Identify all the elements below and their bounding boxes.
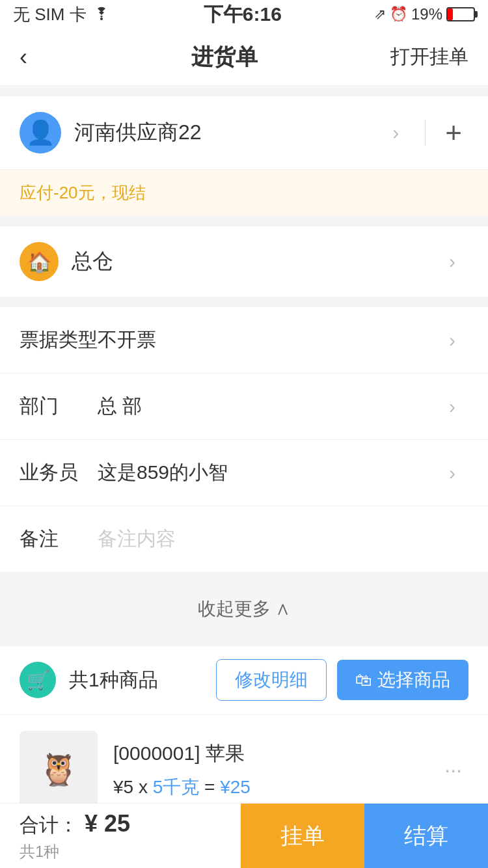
select-product-button[interactable]: 🛍 选择商品	[337, 660, 468, 700]
supplier-row[interactable]: 👤 河南供应商22 › +	[0, 96, 488, 170]
cart-icon: 🛍	[355, 670, 372, 690]
remark-label: 备注	[20, 526, 98, 552]
wifi-icon	[92, 5, 111, 25]
product-info: [0000001] 苹果 ¥5 x 5千克 = ¥25	[113, 740, 438, 800]
time-label: 下午6:16	[204, 1, 282, 28]
department-chevron-icon: ›	[449, 396, 455, 418]
product-code: [0000001]	[113, 742, 206, 764]
product-equals: =	[199, 777, 220, 797]
supplier-section: 👤 河南供应商22 › + 应付-20元，现结	[0, 96, 488, 216]
status-right: ⇗ ⏰ 19%	[374, 5, 475, 23]
battery-label: 19%	[411, 5, 442, 23]
invoice-type-chevron-icon: ›	[449, 329, 455, 351]
total-line1: 合计： ¥ 25	[20, 810, 221, 839]
product-price: ¥5 x 5千克 = ¥25	[113, 775, 438, 800]
edit-detail-button[interactable]: 修改明细	[216, 659, 327, 701]
invoice-type-value: 不开票	[98, 327, 449, 353]
product-owl-icon: 🦉	[39, 752, 78, 788]
separator	[0, 86, 488, 96]
product-total: ¥25	[220, 777, 251, 797]
alarm-icon: ⏰	[390, 6, 407, 23]
salesman-value: 这是859的小智	[98, 459, 449, 486]
salesman-label: 业务员	[20, 459, 98, 486]
product-count-icon: 🛒	[20, 662, 56, 698]
supplier-avatar-icon: 👤	[26, 119, 55, 146]
status-left: 无 SIM 卡	[13, 3, 111, 26]
svg-point-0	[100, 18, 103, 20]
warehouse-icon: 🏠	[20, 242, 59, 281]
warehouse-section: 🏠 总仓 ›	[0, 226, 488, 297]
remark-row[interactable]: 备注 备注内容	[0, 506, 488, 572]
total-count: 共1种	[20, 841, 221, 862]
department-label: 部门	[20, 393, 98, 420]
product-header: 🛒 共1种商品 修改明细 🛍 选择商品	[0, 646, 488, 714]
invoice-type-row[interactable]: 票据类型 不开票 ›	[0, 307, 488, 373]
select-product-label: 选择商品	[377, 668, 450, 692]
warehouse-icon-glyph: 🏠	[27, 251, 51, 273]
alert-text: 应付-20元，现结	[20, 183, 146, 202]
product-count-icon-glyph: 🛒	[27, 670, 49, 691]
invoice-type-label: 票据类型	[20, 327, 98, 353]
remark-placeholder[interactable]: 备注内容	[98, 526, 468, 552]
product-more-button[interactable]: ···	[438, 752, 468, 789]
product-count-text: 共1种商品	[69, 667, 216, 694]
product-unit-price: ¥5 x	[113, 777, 153, 797]
department-value: 总 部	[98, 393, 449, 420]
bottom-total: 合计： ¥ 25 共1种	[0, 804, 241, 868]
total-amount: ¥ 25	[85, 810, 130, 837]
bottom-bar: 合计： ¥ 25 共1种 挂单 结算	[0, 803, 488, 868]
department-row[interactable]: 部门 总 部 ›	[0, 373, 488, 440]
settle-button[interactable]: 结算	[364, 804, 488, 868]
salesman-row[interactable]: 业务员 这是859的小智 ›	[0, 440, 488, 506]
carrier-label: 无 SIM 卡	[13, 3, 87, 26]
supplier-name: 河南供应商22	[74, 118, 392, 147]
back-button[interactable]: ‹	[20, 44, 59, 71]
alert-banner: 应付-20元，现结	[0, 170, 488, 216]
product-thumbnail: 🦉	[20, 731, 98, 809]
status-bar: 无 SIM 卡 下午6:16 ⇗ ⏰ 19%	[0, 0, 488, 29]
form-section: 票据类型 不开票 › 部门 总 部 › 业务员 这是859的小智 › 备注 备注…	[0, 307, 488, 572]
battery-icon	[446, 7, 475, 21]
product-title: 苹果	[206, 742, 245, 764]
product-quantity: 5千克	[153, 777, 200, 797]
main-content: 👤 河南供应商22 › + 应付-20元，现结 🏠 总仓 › 票据类型 不开票 …	[0, 86, 488, 868]
salesman-chevron-icon: ›	[449, 462, 455, 484]
product-name: [0000001] 苹果	[113, 740, 438, 767]
warehouse-name: 总仓	[72, 247, 449, 276]
warehouse-row[interactable]: 🏠 总仓 ›	[0, 226, 488, 297]
nav-bar: ‹ 进货单 打开挂单	[0, 29, 488, 86]
pending-button[interactable]: 挂单	[241, 804, 364, 868]
page-title: 进货单	[191, 42, 258, 72]
location-icon: ⇗	[374, 6, 386, 23]
collapse-button[interactable]: 收起更多 ∧	[0, 582, 488, 636]
supplier-chevron-icon: ›	[392, 122, 399, 144]
warehouse-chevron-icon: ›	[449, 251, 455, 273]
supplier-avatar: 👤	[20, 112, 61, 154]
add-button[interactable]: +	[439, 116, 468, 149]
open-pending-button[interactable]: 打开挂单	[390, 44, 468, 70]
total-label: 合计：	[20, 812, 78, 839]
vertical-divider	[425, 120, 426, 146]
